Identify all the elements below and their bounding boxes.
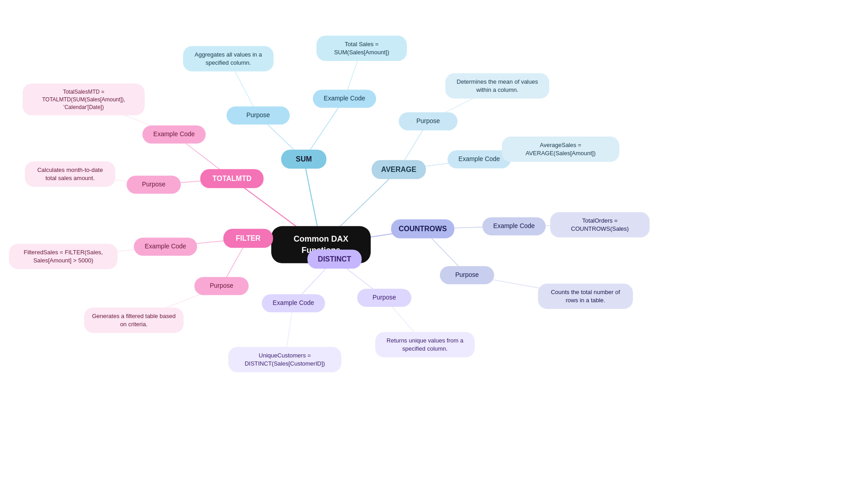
- filter-node[interactable]: FILTER: [223, 229, 273, 248]
- totalmtd-purpose-text-node: Calculates month-to-date total sales amo…: [25, 162, 115, 187]
- connection-lines: [0, 0, 868, 490]
- average-purpose-node[interactable]: Purpose: [399, 112, 458, 130]
- countrows-node[interactable]: COUNTROWS: [391, 219, 454, 238]
- filter-purpose-node[interactable]: Purpose: [194, 277, 249, 295]
- mind-map-canvas: Common DAX Functions SUM Purpose Example…: [0, 0, 868, 490]
- sum-example-text-node: Total Sales = SUM(Sales[Amount]): [316, 36, 407, 61]
- sum-purpose-node[interactable]: Purpose: [226, 106, 290, 124]
- countrows-purpose-text-node: Counts the total number of rows in a tab…: [538, 284, 633, 309]
- sum-purpose-text-node: Aggregates all values in a specified col…: [183, 46, 274, 71]
- average-node[interactable]: AVERAGE: [372, 160, 426, 179]
- average-example-node[interactable]: Example Code: [448, 150, 511, 168]
- totalmtd-node[interactable]: TOTALMTD: [200, 169, 264, 188]
- totalmtd-example-node[interactable]: Example Code: [142, 125, 206, 143]
- distinct-purpose-text-node: Returns unique values from a specified c…: [375, 332, 475, 357]
- average-purpose-text-node: Determines the mean of values within a c…: [445, 73, 549, 99]
- totalmtd-example-text-node: TotalSalesMTD = TOTALMTD(SUM(Sales[Amoun…: [23, 84, 145, 115]
- countrows-example-text-node: TotalOrders = COUNTROWS(Sales): [550, 212, 650, 238]
- totalmtd-purpose-node[interactable]: Purpose: [127, 176, 181, 194]
- distinct-node[interactable]: DISTINCT: [307, 250, 362, 269]
- filter-example-node[interactable]: Example Code: [134, 238, 197, 256]
- filter-example-text-node: FilteredSales = FILTER(Sales, Sales[Amou…: [9, 244, 118, 269]
- distinct-example-text-node: UniqueCustomers = DISTINCT(Sales[Custome…: [228, 347, 341, 372]
- distinct-purpose-node[interactable]: Purpose: [357, 289, 411, 307]
- sum-example-node[interactable]: Example Code: [313, 90, 376, 108]
- filter-purpose-text-node: Generates a filtered table based on crit…: [84, 308, 184, 333]
- countrows-example-node[interactable]: Example Code: [482, 217, 546, 235]
- sum-node[interactable]: SUM: [281, 150, 326, 169]
- countrows-purpose-node[interactable]: Purpose: [440, 266, 494, 284]
- average-example-text-node: AverageSales = AVERAGE(Sales[Amount]): [502, 137, 619, 162]
- distinct-example-node[interactable]: Example Code: [262, 294, 325, 312]
